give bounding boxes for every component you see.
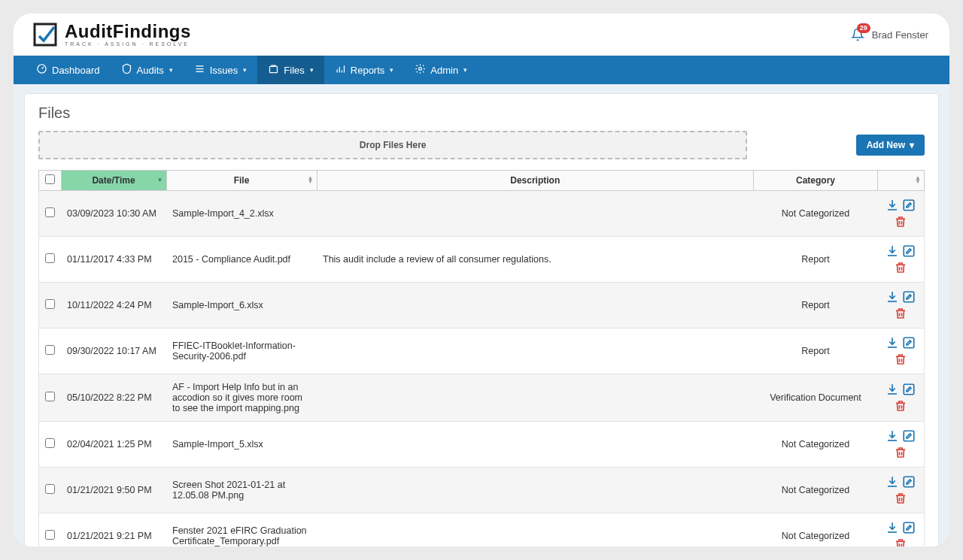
file-dropzone[interactable]: Drop Files Here [38, 131, 747, 159]
cell-filename: Sample-Import_4_2.xlsx [166, 191, 317, 237]
cell-category: Verification Document [754, 374, 878, 422]
row-checkbox[interactable] [45, 530, 55, 540]
cell-category: Not Categorized [754, 422, 878, 468]
sort-icon: ▲▼ [308, 177, 314, 184]
row-checkbox[interactable] [45, 345, 55, 355]
cell-category: Not Categorized [754, 468, 878, 513]
page-title: Files [38, 104, 925, 122]
table-row: 01/21/2021 9:50 PM Screen Shot 2021-01-2… [39, 468, 925, 513]
cell-description [317, 422, 754, 468]
sort-icon: ▲▼ [915, 177, 921, 184]
svg-rect-26 [904, 431, 915, 441]
download-icon[interactable] [886, 244, 899, 258]
edit-icon[interactable] [902, 244, 916, 258]
cell-datetime: 01/21/2021 9:21 PM [61, 513, 166, 547]
sort-down-icon: ▼ [157, 179, 163, 183]
row-checkbox[interactable] [45, 207, 55, 217]
chevron-down-icon: ▾ [463, 66, 467, 74]
cell-description [317, 374, 754, 422]
dashboard-icon [36, 63, 47, 77]
files-table: Date/Time▼ File▲▼ Description Category ▲… [38, 170, 925, 546]
table-row: 01/21/2021 9:21 PM Fenster 2021 eFIRC Gr… [39, 513, 925, 547]
cell-description: This audit include a review of all consu… [317, 237, 754, 283]
nav-audits[interactable]: Audits▾ [111, 56, 184, 84]
download-icon[interactable] [886, 383, 899, 396]
col-header-datetime[interactable]: Date/Time▼ [61, 171, 166, 191]
svg-rect-14 [904, 246, 915, 256]
delete-icon[interactable] [894, 492, 907, 505]
cell-category: Report [754, 237, 878, 283]
add-new-button[interactable]: Add New ▾ [856, 135, 925, 156]
select-all-checkbox[interactable] [45, 174, 55, 184]
cell-datetime: 09/30/2022 10:17 AM [61, 328, 166, 374]
svg-rect-17 [904, 292, 915, 302]
edit-icon[interactable] [902, 336, 916, 350]
logo-icon [32, 21, 59, 48]
col-header-category[interactable]: Category [754, 171, 878, 191]
delete-icon[interactable] [894, 353, 907, 366]
cell-filename: AF - Import Help Info but in an accodion… [166, 374, 317, 422]
table-row: 05/10/2022 8:22 PM AF - Import Help Info… [39, 374, 925, 422]
download-icon[interactable] [886, 198, 899, 212]
chevron-down-icon: ▾ [310, 66, 314, 74]
svg-rect-11 [904, 200, 915, 210]
edit-icon[interactable] [902, 290, 916, 304]
download-icon[interactable] [886, 429, 899, 443]
table-row: 01/11/2017 4:33 PM 2015 - Compliance Aud… [39, 237, 925, 283]
download-icon[interactable] [886, 336, 899, 350]
delete-icon[interactable] [894, 537, 907, 546]
chevron-down-icon: ▾ [910, 140, 914, 150]
delete-icon[interactable] [894, 399, 907, 413]
row-checkbox[interactable] [45, 392, 55, 401]
cell-category: Report [754, 283, 878, 328]
delete-icon[interactable] [894, 215, 907, 229]
nav-label: Files [284, 65, 304, 76]
row-checkbox[interactable] [45, 484, 55, 494]
row-checkbox[interactable] [45, 438, 55, 448]
notifications-button[interactable]: 29 [851, 28, 864, 41]
nav-issues[interactable]: Issues▾ [184, 56, 258, 84]
cell-description [317, 191, 754, 237]
cell-datetime: 02/04/2021 1:25 PM [61, 422, 166, 468]
col-header-file[interactable]: File▲▼ [166, 171, 317, 191]
user-name[interactable]: Brad Fenster [872, 29, 928, 41]
chevron-down-icon: ▾ [169, 66, 173, 74]
table-row: 03/09/2023 10:30 AM Sample-Import_4_2.xl… [39, 191, 925, 237]
download-icon[interactable] [886, 290, 899, 304]
edit-icon[interactable] [902, 383, 916, 396]
table-row: 02/04/2021 1:25 PM Sample-Import_5.xlsx … [39, 422, 925, 468]
cell-filename: Screen Shot 2021-01-21 at 12.05.08 PM.pn… [166, 468, 317, 513]
edit-icon[interactable] [902, 429, 916, 443]
main-nav: DashboardAudits▾Issues▾Files▾Reports▾Adm… [14, 56, 949, 84]
row-checkbox[interactable] [45, 299, 55, 309]
audits-icon [121, 63, 132, 77]
download-icon[interactable] [886, 521, 899, 534]
nav-files[interactable]: Files▾ [257, 56, 324, 84]
download-icon[interactable] [886, 475, 899, 489]
chevron-down-icon: ▾ [390, 66, 393, 74]
cell-datetime: 03/09/2023 10:30 AM [61, 191, 166, 237]
delete-icon[interactable] [894, 261, 907, 274]
cell-filename: Sample-Import_6.xlsx [166, 283, 317, 328]
reports-icon [335, 63, 346, 77]
nav-reports[interactable]: Reports▾ [324, 56, 405, 84]
nav-dashboard[interactable]: Dashboard [26, 56, 111, 84]
edit-icon[interactable] [902, 521, 916, 534]
admin-icon [415, 63, 426, 77]
nav-admin[interactable]: Admin▾ [404, 56, 478, 84]
cell-description [317, 328, 754, 374]
col-header-description[interactable]: Description [317, 171, 754, 191]
edit-icon[interactable] [902, 198, 916, 212]
delete-icon[interactable] [894, 446, 907, 459]
edit-icon[interactable] [902, 475, 916, 489]
table-row: 10/11/2022 4:24 PM Sample-Import_6.xlsx … [39, 283, 925, 328]
cell-description [317, 513, 754, 547]
logo[interactable]: AuditFindings TRACK · ASSIGN · RESOLVE [32, 21, 191, 48]
nav-label: Issues [210, 65, 238, 76]
delete-icon[interactable] [894, 307, 907, 320]
cell-filename: Fenster 2021 eFIRC Graduation Certificat… [166, 513, 317, 547]
nav-label: Reports [351, 65, 385, 76]
row-checkbox[interactable] [45, 253, 55, 263]
cell-filename: FFIEC-ITBooklet-Information-Security-200… [166, 328, 317, 374]
cell-datetime: 10/11/2022 4:24 PM [61, 283, 166, 328]
